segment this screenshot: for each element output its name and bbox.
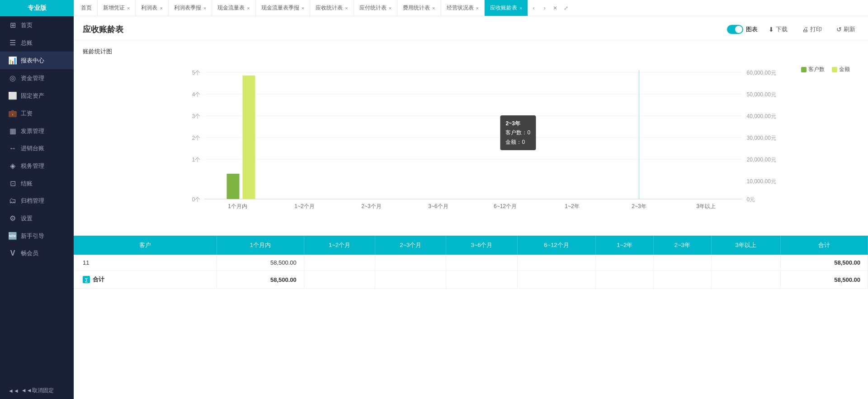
tab-cashflow-q[interactable]: 现金流量表季报 ×	[256, 0, 310, 16]
table-area: 客户 1个月内 1~2个月 2~3个月 3~6个月 6~12个月 1~2年 2~…	[74, 236, 868, 289]
tab-cashflow-q-close[interactable]: ×	[302, 5, 304, 11]
tab-ar-aging[interactable]: 应收账龄表 ×	[485, 0, 528, 16]
sidebar-item-capital[interactable]: ◎ 资金管理	[0, 69, 74, 87]
sidebar-label-guide: 新手引导	[21, 232, 44, 240]
cell-y3plus	[711, 255, 780, 271]
print-btn[interactable]: 🖨 打印	[798, 24, 826, 35]
sidebar-item-settle[interactable]: ⊡ 结账	[0, 175, 74, 192]
tab-expand-btn[interactable]: ⤢	[561, 0, 571, 16]
svg-text:2~3个月: 2~3个月	[361, 203, 381, 209]
th-y23: 2~3年	[653, 236, 711, 255]
tab-cashflow[interactable]: 现金流量表 ×	[212, 0, 255, 16]
th-m23: 2~3个月	[375, 236, 446, 255]
print-label: 打印	[810, 25, 822, 33]
tab-home[interactable]: 首页	[75, 0, 98, 16]
svg-text:50,000.00元: 50,000.00元	[747, 91, 776, 98]
th-m612: 6~12个月	[517, 236, 596, 255]
bar-customers-0	[227, 174, 240, 199]
svg-text:2~3年: 2~3年	[632, 203, 646, 209]
tab-close-all-btn[interactable]: ✕	[550, 0, 561, 16]
svg-text:4个: 4个	[192, 91, 201, 98]
tab-next-btn[interactable]: ›	[539, 0, 550, 16]
tab-voucher[interactable]: 新增凭证 ×	[98, 0, 136, 16]
total-text: 合计	[93, 276, 104, 284]
legend-amount-label: 金额	[839, 66, 850, 73]
sidebar-item-guide[interactable]: 🆕 新手引导	[0, 227, 74, 245]
collapse-label: ◄◄取消固定	[21, 387, 54, 394]
tab-prev-btn[interactable]: ‹	[528, 0, 539, 16]
toggle-label: 图表	[746, 25, 758, 33]
salary-icon: 💼	[8, 109, 17, 118]
tab-biz-status[interactable]: 经营状况表 ×	[441, 0, 485, 16]
tab-ar-stat[interactable]: 应收统计表 ×	[310, 0, 354, 16]
settings-icon: ⚙	[8, 214, 17, 223]
cell-total-m36	[446, 271, 517, 289]
sidebar-label-home: 首页	[21, 21, 33, 29]
guide-icon: 🆕	[8, 232, 17, 240]
cell-total-m1: 58,500.00	[217, 271, 304, 289]
svg-text:40,000.00元: 40,000.00元	[747, 113, 776, 119]
tab-cashflow-close[interactable]: ×	[247, 5, 250, 11]
chart-toggle[interactable]: 图表	[727, 25, 758, 34]
cell-m612	[517, 255, 596, 271]
cell-total: 58,500.00	[780, 255, 868, 271]
cell-m36	[446, 255, 517, 271]
cell-total-label: ∑ 合计	[74, 271, 217, 289]
sidebar-item-archive[interactable]: 🗂 归档管理	[0, 192, 74, 209]
cell-customer: 11	[74, 255, 217, 271]
cell-total-y12	[596, 271, 654, 289]
sidebar-item-vip[interactable]: V 畅会员	[0, 245, 74, 262]
sidebar-item-reports[interactable]: 📊 报表中心	[0, 52, 74, 69]
tab-ar-aging-close[interactable]: ×	[519, 5, 522, 11]
toggle-track[interactable]	[727, 25, 743, 34]
svg-text:10,000.00元: 10,000.00元	[747, 178, 776, 185]
sidebar-collapse-btn[interactable]: ◄◄ ◄◄取消固定	[0, 382, 74, 399]
tab-expense-close[interactable]: ×	[432, 5, 435, 11]
svg-text:5个: 5个	[192, 70, 201, 76]
tab-home-label: 首页	[81, 4, 92, 12]
th-m36: 3~6个月	[446, 236, 517, 255]
sidebar-item-home[interactable]: ⊞ 首页	[0, 16, 74, 34]
total-label-content: ∑ 合计	[83, 276, 212, 284]
svg-text:30,000.00元: 30,000.00元	[747, 135, 776, 141]
cell-m12	[304, 255, 375, 271]
sidebar-item-tax[interactable]: ◈ 税务管理	[0, 157, 74, 175]
download-btn[interactable]: ⬇ 下载	[765, 24, 791, 35]
sidebar-item-ledger[interactable]: ☰ 总账	[0, 34, 74, 52]
tab-profit-q[interactable]: 利润表季报 ×	[169, 0, 212, 16]
tab-expense-label: 费用统计表	[403, 4, 430, 12]
download-label: 下载	[776, 25, 788, 33]
tab-profit-close[interactable]: ×	[160, 5, 162, 11]
th-m1: 1个月内	[217, 236, 304, 255]
tab-cashflow-label: 现金流量表	[217, 4, 245, 12]
sidebar-item-sales[interactable]: ↔ 进销台账	[0, 140, 74, 157]
tab-voucher-close[interactable]: ×	[127, 5, 130, 11]
capital-icon: ◎	[8, 74, 17, 82]
tab-expense[interactable]: 费用统计表 ×	[397, 0, 441, 16]
sidebar-item-salary[interactable]: 💼 工资	[0, 104, 74, 122]
chart-area: 账龄统计图 客户数 金额 5个 4个	[74, 40, 868, 236]
sidebar-item-invoice[interactable]: ▦ 发票管理	[0, 122, 74, 140]
tab-ap-stat-close[interactable]: ×	[389, 5, 392, 11]
tab-profit-label: 利润表	[141, 4, 157, 12]
tab-ap-stat[interactable]: 应付统计表 ×	[354, 0, 397, 16]
sidebar-label-settle: 结账	[21, 180, 33, 188]
tab-biz-status-close[interactable]: ×	[476, 5, 479, 11]
sidebar-item-settings[interactable]: ⚙ 设置	[0, 209, 74, 227]
sidebar-item-assets[interactable]: ⬜ 固定资产	[0, 87, 74, 104]
legend-customers-dot	[801, 67, 807, 72]
total-icon: ∑	[83, 276, 90, 283]
svg-text:2个: 2个	[192, 135, 201, 141]
cell-total-m12	[304, 271, 375, 289]
chart-legend: 客户数 金额	[801, 66, 850, 73]
tab-profit-q-label: 利润表季报	[174, 4, 201, 12]
tab-profit[interactable]: 利润表 ×	[136, 0, 168, 16]
page-content: 应收账龄表 图表 ⬇ 下载 🖨 打印 ↺ 刷新	[74, 16, 868, 399]
table-total-row: ∑ 合计 58,500.00 58,500.00	[74, 271, 868, 289]
cell-y23	[653, 255, 711, 271]
tab-profit-q-close[interactable]: ×	[203, 5, 206, 11]
tab-ar-stat-close[interactable]: ×	[345, 5, 348, 11]
refresh-btn[interactable]: ↺ 刷新	[833, 24, 859, 35]
cell-total-y3plus	[711, 271, 780, 289]
svg-text:6~12个月: 6~12个月	[494, 203, 517, 209]
